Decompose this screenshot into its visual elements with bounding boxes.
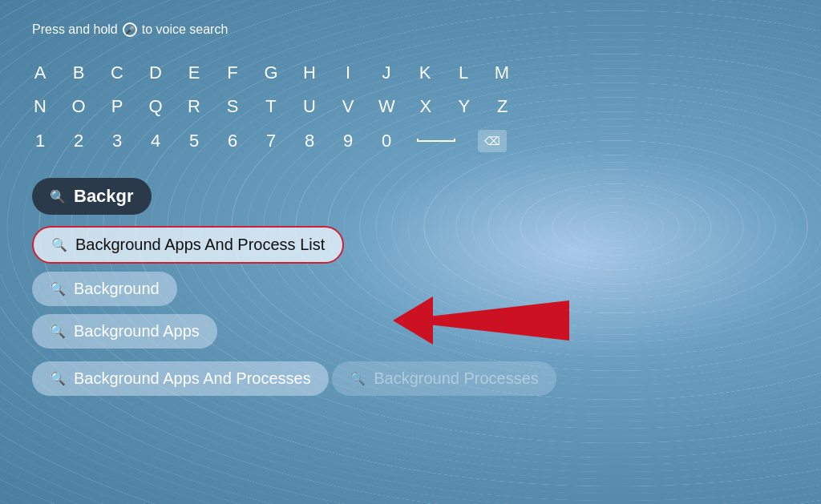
key-I[interactable]: I bbox=[340, 62, 356, 83]
voice-search-hint: Press and hold 🎤 to voice search bbox=[32, 22, 789, 37]
key-E[interactable]: E bbox=[186, 62, 202, 83]
space-bar-visual bbox=[417, 139, 455, 142]
keyboard-row-2: N O P Q R S T U V W X Y Z bbox=[32, 96, 789, 117]
key-M[interactable]: M bbox=[494, 62, 510, 83]
microphone-icon: 🎤 bbox=[123, 22, 137, 37]
suggestion-label-2: Background bbox=[74, 280, 160, 298]
suggestion-item-2[interactable]: 🔍 Background bbox=[32, 272, 177, 306]
key-Z[interactable]: Z bbox=[495, 96, 511, 117]
key-S[interactable]: S bbox=[224, 96, 241, 117]
key-D[interactable]: D bbox=[148, 62, 164, 83]
on-screen-keyboard: A B C D E F G H I J K L M N O P Q R S T … bbox=[32, 62, 789, 152]
key-6[interactable]: 6 bbox=[224, 131, 241, 151]
key-Q[interactable]: Q bbox=[148, 96, 164, 117]
suggestion-item-3[interactable]: 🔍 Background Apps bbox=[32, 314, 217, 349]
key-A[interactable]: A bbox=[32, 62, 48, 83]
key-W[interactable]: W bbox=[378, 96, 395, 117]
key-R[interactable]: R bbox=[186, 96, 202, 117]
key-F[interactable]: F bbox=[224, 62, 241, 83]
current-search-text: Backgr bbox=[74, 186, 134, 207]
suggestions-list: 🔍 Backgr 🔍 Background Apps And Process L… bbox=[32, 178, 789, 404]
suggestion-label-1: Background Apps And Process List bbox=[75, 236, 325, 254]
key-N[interactable]: N bbox=[32, 96, 48, 117]
current-search-pill: 🔍 Backgr bbox=[32, 178, 152, 215]
key-8[interactable]: 8 bbox=[301, 131, 317, 151]
suggestion-item-5[interactable]: 🔍 Background Processes bbox=[332, 361, 556, 396]
key-backspace[interactable]: ⌫ bbox=[478, 130, 507, 152]
key-B[interactable]: B bbox=[71, 62, 87, 83]
suggestion-label-5: Background Processes bbox=[374, 369, 539, 388]
suggestion-label-3: Background Apps bbox=[74, 322, 200, 341]
suggestion-label-4: Background Apps And Processes bbox=[74, 369, 311, 388]
key-P[interactable]: P bbox=[109, 96, 125, 117]
key-3[interactable]: 3 bbox=[109, 131, 125, 151]
search-icon-s1: 🔍 bbox=[51, 237, 67, 252]
key-1[interactable]: 1 bbox=[32, 131, 48, 151]
key-0[interactable]: 0 bbox=[378, 131, 394, 151]
keyboard-row-3: 1 2 3 4 5 6 7 8 9 0 ⌫ bbox=[32, 130, 789, 152]
key-T[interactable]: T bbox=[263, 96, 279, 117]
key-O[interactable]: O bbox=[71, 96, 87, 117]
key-2[interactable]: 2 bbox=[71, 131, 87, 151]
key-V[interactable]: V bbox=[340, 96, 356, 117]
key-9[interactable]: 9 bbox=[340, 131, 356, 151]
keyboard-row-1: A B C D E F G H I J K L M bbox=[32, 62, 789, 83]
key-5[interactable]: 5 bbox=[186, 131, 202, 151]
key-G[interactable]: G bbox=[263, 62, 279, 83]
search-icon-s5: 🔍 bbox=[350, 371, 366, 386]
main-content: Press and hold 🎤 to voice search A B C D… bbox=[0, 0, 821, 426]
key-C[interactable]: C bbox=[109, 62, 125, 83]
key-K[interactable]: K bbox=[417, 62, 433, 83]
search-icon-s4: 🔍 bbox=[50, 371, 66, 386]
key-4[interactable]: 4 bbox=[148, 131, 164, 151]
key-7[interactable]: 7 bbox=[263, 131, 279, 151]
search-icon-s2: 🔍 bbox=[50, 281, 66, 296]
key-space[interactable] bbox=[417, 139, 455, 143]
key-X[interactable]: X bbox=[418, 96, 434, 117]
voice-hint-text-post: to voice search bbox=[142, 22, 229, 37]
key-Y[interactable]: Y bbox=[456, 96, 472, 117]
suggestion-item-1[interactable]: 🔍 Background Apps And Process List bbox=[32, 226, 344, 264]
key-U[interactable]: U bbox=[301, 96, 317, 117]
search-icon-s3: 🔍 bbox=[50, 324, 66, 339]
key-H[interactable]: H bbox=[301, 62, 317, 83]
key-J[interactable]: J bbox=[378, 62, 394, 83]
key-L[interactable]: L bbox=[455, 62, 471, 83]
search-icon-current: 🔍 bbox=[50, 189, 66, 204]
voice-hint-text-pre: Press and hold bbox=[32, 22, 118, 37]
suggestion-item-4[interactable]: 🔍 Background Apps And Processes bbox=[32, 361, 329, 396]
